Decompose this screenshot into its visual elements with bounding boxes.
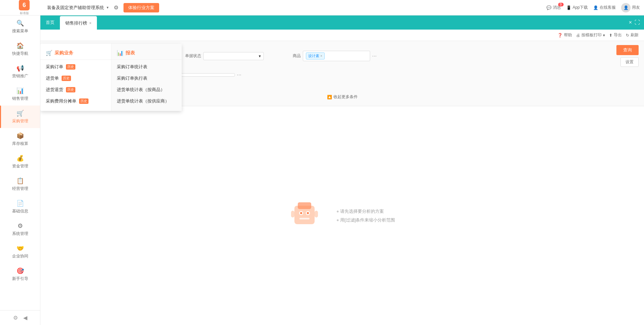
sidebar-item-cooperation[interactable]: 🤝 企业协同 — [0, 241, 40, 263]
menu-item-purchase-return[interactable]: 进货退货 历史 — [40, 84, 111, 95]
tab-home[interactable]: 首页 — [40, 15, 60, 30]
empty-tip-2: 用[过滤]条件来缩小分析范围 — [336, 216, 395, 225]
help-icon: ❓ — [558, 33, 563, 38]
purchase-return-label: 进货退货 — [46, 87, 63, 93]
sales-icon: 📊 — [16, 87, 24, 94]
sidebar-item-quick-nav[interactable]: 🏠 快捷导航 — [0, 38, 40, 60]
menu-item-report-receipt-supplier[interactable]: 进货单统计表（按供应商） — [111, 95, 182, 107]
sidebar: 🔍 搜索菜单 🏠 快捷导航 📢 营销推广 📊 销售管理 🛒 采购管理 📦 库存核… — [0, 15, 40, 325]
menu-report-column: 📊 报表 采购订单统计表 采购订单执行表 进货单统计表（按商品） 进货单统计表（… — [111, 44, 182, 111]
svg-point-4 — [300, 212, 302, 214]
app-download-btn[interactable]: 📱 App下载 — [566, 5, 588, 10]
goods-label: 商品 — [281, 53, 301, 59]
menu-purchase-column: 🛒 采购业务 采购订单 历史 进货单 历史 进货退货 历史 — [40, 44, 111, 111]
sidebar-item-search[interactable]: 🔍 搜索菜单 — [0, 15, 40, 38]
tab-maximize-btn[interactable]: ⛶ — [635, 19, 640, 26]
refresh-label: 刷新 — [631, 32, 639, 38]
purchase-expense-history: 历史 — [79, 98, 88, 104]
finance-icon: 💰 — [16, 155, 24, 162]
message-btn[interactable]: 💬 消息 9 — [546, 5, 561, 10]
menu-item-report-order-stat[interactable]: 采购订单统计表 — [111, 61, 182, 73]
page-toolbar: ❓ 帮助 🖨 按模板打印 ▾ ⬆ 导出 ↻ 刷新 — [40, 30, 644, 41]
marketing-icon: 📢 — [16, 65, 24, 72]
search-icon: 🔍 — [16, 19, 24, 27]
print-dropdown-icon: ▾ — [603, 33, 605, 38]
sidebar-item-guide[interactable]: 🎯 新手引导 — [0, 263, 40, 286]
doc-status-input[interactable]: ▾ — [203, 52, 264, 60]
sidebar-label-purchase: 采购管理 — [12, 118, 28, 124]
report-header-icon: 📊 — [117, 50, 123, 56]
sidebar-collapse-btn[interactable]: ◀ — [23, 315, 27, 321]
sidebar-label-quick-nav: 快捷导航 — [12, 51, 28, 56]
svg-rect-8 — [315, 211, 318, 217]
set-btn[interactable]: 设置 — [620, 57, 639, 67]
doc-status-label: 单据状态 — [181, 53, 201, 59]
menu-item-purchase-expense[interactable]: 采购费用分摊单 历史 — [40, 95, 111, 107]
sidebar-label-operations: 经营管理 — [12, 186, 28, 192]
goods-more-btn[interactable]: ··· — [372, 53, 377, 59]
salesperson-more-btn[interactable]: ··· — [237, 72, 241, 78]
refresh-btn[interactable]: ↻ 刷新 — [626, 32, 639, 38]
empty-tips: 请先选择要分析的方案 用[过滤]条件来缩小分析范围 — [336, 207, 395, 225]
query-btn[interactable]: 查询 — [616, 45, 639, 55]
sidebar-item-inventory[interactable]: 📦 库存核算 — [0, 128, 40, 151]
basic-info-icon: 📄 — [16, 200, 24, 207]
sidebar-label-guide: 新手引导 — [12, 276, 28, 282]
sidebar-label-cooperation: 企业协同 — [12, 253, 28, 259]
purchase-receipt-label: 进货单 — [46, 75, 59, 81]
tab-close-btn[interactable]: × — [89, 21, 92, 26]
purchase-return-history: 历史 — [66, 87, 75, 92]
report-order-exec-label: 采购订单执行表 — [117, 75, 147, 81]
export-btn[interactable]: ⬆ 导出 — [609, 32, 622, 38]
svg-rect-1 — [298, 202, 311, 209]
menu-purchase-header: 🛒 采购业务 — [40, 48, 111, 60]
empty-state: 请先选择要分析的方案 用[过滤]条件来缩小分析范围 — [40, 106, 644, 325]
tab-close-page-btn[interactable]: × — [629, 19, 632, 26]
menu-item-purchase-order[interactable]: 采购订单 历史 — [40, 61, 111, 73]
logo-area: 6 标准版 — [4, 0, 44, 15]
system-settings-btn[interactable]: ⚙ — [111, 3, 121, 12]
purchase-header-icon: 🛒 — [46, 50, 52, 56]
sidebar-item-operations[interactable]: 📋 经营管理 — [0, 173, 40, 196]
empty-robot-svg — [289, 199, 320, 229]
empty-illustration — [289, 199, 323, 233]
tab-right-controls: × ⛶ — [629, 19, 644, 26]
svg-rect-6 — [299, 218, 310, 219]
guide-icon: 🎯 — [16, 267, 24, 275]
system-dropdown-btn[interactable]: ▾ — [107, 5, 109, 10]
header-nav: 装备及固定资产辅助管理系统 ▾ ⚙ 体验行业方案 — [44, 3, 546, 12]
sidebar-item-basic-info[interactable]: 📄 基础信息 — [0, 196, 40, 218]
logo-icon: 6 — [19, 0, 30, 10]
sidebar-item-system[interactable]: ⚙ 系统管理 — [0, 218, 40, 241]
online-service-btn[interactable]: 👤 在线客服 — [593, 5, 616, 10]
menu-report-header: 📊 报表 — [111, 48, 182, 60]
user-area[interactable]: 👤 用友 — [621, 3, 640, 12]
purchase-dropdown-menu: 🛒 采购业务 采购订单 历史 进货单 历史 进货退货 历史 — [40, 44, 182, 111]
tab-sales-rank[interactable]: 销售排行榜 × — [60, 16, 97, 30]
sidebar-item-finance[interactable]: 💰 资金管理 — [0, 151, 40, 173]
report-section-label: 报表 — [126, 50, 135, 56]
menu-item-report-order-exec[interactable]: 采购订单执行表 — [111, 73, 182, 84]
tab-sales-rank-label: 销售排行榜 — [65, 20, 87, 26]
sidebar-item-purchase[interactable]: 🛒 采购管理 — [0, 106, 40, 128]
goods-tag-close[interactable]: × — [320, 54, 322, 58]
menu-item-purchase-receipt[interactable]: 进货单 历史 — [40, 73, 111, 84]
print-template-btn[interactable]: 🖨 按模板打印 ▾ — [576, 32, 605, 38]
purchase-order-history: 历史 — [66, 64, 75, 70]
export-icon: ⬆ — [609, 33, 612, 38]
cooperation-icon: 🤝 — [16, 245, 24, 252]
tab-home-label: 首页 — [46, 19, 55, 26]
service-icon: 👤 — [593, 5, 598, 10]
menu-item-report-receipt-goods[interactable]: 进货单统计表（按商品） — [111, 84, 182, 95]
sidebar-item-marketing[interactable]: 📢 营销推广 — [0, 60, 40, 83]
sidebar-settings-btn[interactable]: ⚙ — [13, 315, 18, 321]
system-title: 装备及固定资产辅助管理系统 — [47, 5, 104, 11]
sidebar-label-search: 搜索菜单 — [12, 28, 28, 34]
help-btn[interactable]: ❓ 帮助 — [558, 32, 572, 38]
svg-rect-7 — [291, 211, 294, 217]
industry-btn[interactable]: 体验行业方案 — [123, 3, 159, 12]
help-label: 帮助 — [564, 32, 572, 38]
sidebar-item-sales[interactable]: 📊 销售管理 — [0, 83, 40, 106]
export-label: 导出 — [614, 32, 622, 38]
goods-input[interactable]: 设计素 × — [303, 51, 370, 61]
